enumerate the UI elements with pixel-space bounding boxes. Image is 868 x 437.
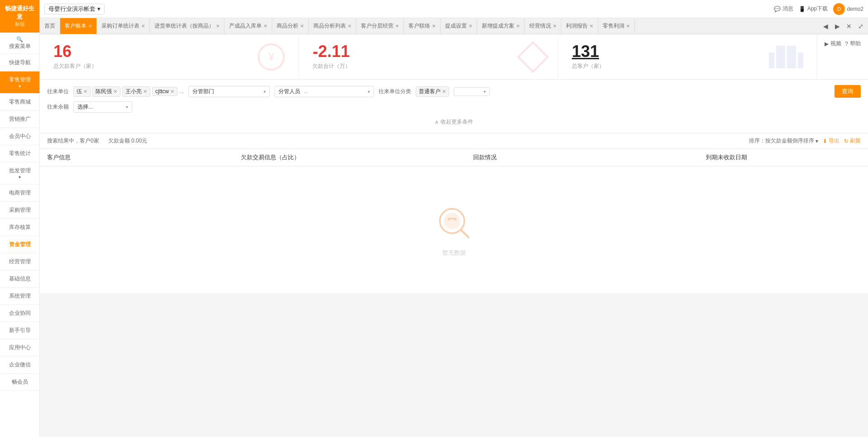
tabs-scroll-right[interactable]: ▶ <box>832 21 843 32</box>
tab-customer-accounts[interactable]: 客户账本 ✕ <box>60 18 97 34</box>
svg-point-4 <box>454 218 456 220</box>
person-select[interactable]: 分管人员 ... ▾ <box>274 86 374 97</box>
stat-total-debtors: ¥ 16 总欠款客户（家） <box>40 34 299 79</box>
tabs-scroll-left[interactable]: ◀ <box>820 21 831 32</box>
sidebar-item-member[interactable]: 会员中心 <box>0 128 39 145</box>
topbar-right: 💬 消息 📱 App下载 D demo2 <box>774 3 863 15</box>
sidebar-item-finance[interactable]: 资金管理 <box>0 236 39 253</box>
tab-home[interactable]: 首页 <box>40 18 60 34</box>
unit-filter-tags: 伍✕ 陈民强✕ 王小亮✕ cjttcw✕ ... <box>73 86 184 97</box>
sidebar-item-quick[interactable]: 快捷导航 <box>0 54 39 71</box>
tab-close-ops-situation[interactable]: ✕ <box>553 24 556 28</box>
app-download-btn[interactable]: 📱 App下载 <box>799 5 828 13</box>
tabs-expand[interactable]: ⤢ <box>855 21 866 32</box>
tab-close-customer-accounts[interactable]: ✕ <box>88 24 92 28</box>
stat-debt-value: -2.11 <box>312 43 350 60</box>
messages-btn[interactable]: 💬 消息 <box>774 5 793 13</box>
result-debt: 欠款金额 0.00元 <box>108 137 148 145</box>
unit-class-select[interactable]: ▾ <box>454 87 490 96</box>
chevron-sort: ▾ <box>815 138 818 144</box>
topbar-left: 母婴行业演示帐套 ▾ <box>44 4 770 14</box>
sidebar-item-marketing[interactable]: 营销推广 <box>0 111 39 128</box>
tab-increase-settings[interactable]: 提成设置 ✕ <box>441 18 477 34</box>
sidebar-item-ops[interactable]: 经营管理 <box>0 253 39 271</box>
tab-close-product-inbound[interactable]: ✕ <box>264 24 267 28</box>
tab-profit-report[interactable]: 利润报告 ✕ <box>561 18 598 34</box>
sidebar-item-basic[interactable]: 基础信息 <box>0 271 39 288</box>
th-repay: 回款情况 <box>473 153 705 162</box>
tab-close-new-increase[interactable]: ✕ <box>516 24 520 28</box>
refresh-btn[interactable]: ↻ 刷新 <box>844 137 861 145</box>
avatar: D <box>833 3 845 15</box>
main-area: 母婴行业演示帐套 ▾ 💬 消息 📱 App下载 D demo2 首页 客户账本 <box>40 0 868 437</box>
tab-inbound-stats[interactable]: 进货单统计表（按商品） ✕ <box>150 18 225 34</box>
tab-purchase-orders[interactable]: 采购订单统计表 ✕ <box>97 18 150 34</box>
tab-close-product-analysis-list[interactable]: ✕ <box>348 24 351 28</box>
filter-tag-class: 普通客户✕ <box>416 86 449 97</box>
tab-close-profit-report[interactable]: ✕ <box>590 24 593 28</box>
tab-close-customer-segment[interactable]: ✕ <box>395 24 399 28</box>
sidebar-item-wechat[interactable]: 企业微信 <box>0 356 39 374</box>
tab-close-product-analysis[interactable]: ✕ <box>300 24 304 28</box>
empty-label: 暂无数据 <box>442 249 466 257</box>
tab-close-retail-profit[interactable]: ✕ <box>626 24 630 28</box>
help-icon: ? <box>845 41 848 47</box>
sidebar-logo[interactable]: 畅捷通好生意 标版 <box>0 0 39 33</box>
unit-class-label: 往来单位分类 <box>379 88 411 95</box>
tab-close-inbound-stats[interactable]: ✕ <box>216 24 220 28</box>
tag-close-unit1[interactable]: ✕ <box>83 89 87 95</box>
person-more-btn[interactable]: ... <box>304 88 308 95</box>
sidebar-item-newbie[interactable]: 新手引导 <box>0 322 39 339</box>
sidebar-item-retail-shop[interactable]: 零售商城 <box>0 94 39 111</box>
account-selector[interactable]: 母婴行业演示帐套 ▾ <box>44 4 105 14</box>
sidebar-item-apps[interactable]: 应用中心 <box>0 339 39 356</box>
help-btn[interactable]: ? 帮助 <box>845 40 861 48</box>
tab-product-analysis-list[interactable]: 商品分析列表 ✕ <box>309 18 356 34</box>
result-bar: 搜索结果中，客户0家 欠款金额 0.00元 排序：按欠款金额倒序排序 ▾ ⬇ 导… <box>40 133 868 149</box>
sidebar-item-wholesale[interactable]: 批发管理 ▾ <box>0 162 39 185</box>
sidebar-item-system[interactable]: 系统管理 <box>0 288 39 305</box>
th-debt: 欠款交易信息（占比） <box>241 153 473 162</box>
export-btn[interactable]: ⬇ 导出 <box>823 137 839 145</box>
result-actions: 排序：按欠款金额倒序排序 ▾ ⬇ 导出 ↻ 刷新 <box>749 137 861 145</box>
sidebar: 畅捷通好生意 标版 🔍 搜索菜单 快捷导航 零售管理 ▾ 零售商城 营销推广 会… <box>0 0 40 437</box>
sort-select[interactable]: 排序：按欠款金额倒序排序 ▾ <box>749 137 818 145</box>
tab-close-increase-settings[interactable]: ✕ <box>469 24 472 28</box>
balance-select[interactable]: 选择... ▾ <box>73 101 132 113</box>
stat-customers-value: 131 <box>572 43 604 60</box>
download-icon: 📱 <box>799 6 806 12</box>
th-date: 到期未收款日期 <box>706 153 861 162</box>
query-button[interactable]: 查询 <box>834 85 861 98</box>
sidebar-item-purchase[interactable]: 采购管理 <box>0 202 39 219</box>
tab-new-increase[interactable]: 新增提成方案 ✕ <box>477 18 525 34</box>
tab-retail-profit[interactable]: 零售利润 ✕ <box>598 18 635 34</box>
sidebar-item-corp[interactable]: 企业协同 <box>0 305 39 322</box>
tab-product-inbound[interactable]: 产成品入库单 ✕ <box>225 18 272 34</box>
sidebar-item-ecom[interactable]: 电商管理 <box>0 185 39 202</box>
tab-close-purchase-orders[interactable]: ✕ <box>141 24 145 28</box>
tab-close-customer-contact[interactable]: ✕ <box>432 24 436 28</box>
empty-icon <box>434 203 475 243</box>
tab-ops-situation[interactable]: 经营情况 ✕ <box>525 18 561 34</box>
sidebar-item-retail-stat[interactable]: 零售统计 <box>0 145 39 162</box>
tag-close-unit3[interactable]: ✕ <box>143 89 147 95</box>
sidebar-item-inventory[interactable]: 库存核算 <box>0 219 39 236</box>
filter-unit-more[interactable]: ... <box>179 88 184 95</box>
chevron-balance: ▾ <box>126 104 128 109</box>
user-menu[interactable]: D demo2 <box>833 3 863 15</box>
tab-product-analysis[interactable]: 商品分析 ✕ <box>272 18 309 34</box>
tab-customer-segment[interactable]: 客户分层经营 ✕ <box>356 18 404 34</box>
video-btn[interactable]: ▶ 视频 <box>825 40 841 48</box>
tag-close-unit4[interactable]: ✕ <box>170 89 174 95</box>
tab-customer-contact[interactable]: 客户联络 ✕ <box>404 18 441 34</box>
tag-close-unit2[interactable]: ✕ <box>113 89 117 95</box>
collapse-btn[interactable]: ∧ 收起更多条件 <box>47 116 861 128</box>
tag-close-class[interactable]: ✕ <box>442 89 446 95</box>
sidebar-item-vip[interactable]: 畅会员 <box>0 374 39 391</box>
sidebar-item-search[interactable]: 🔍 搜索菜单 <box>0 33 39 54</box>
tabs-close-all[interactable]: ✕ <box>844 21 854 32</box>
unit-filter-label: 往来单位 <box>47 88 69 95</box>
svg-point-1 <box>444 213 460 229</box>
department-select[interactable]: 分管部门 ▾ <box>188 86 270 97</box>
sidebar-item-retail[interactable]: 零售管理 ▾ <box>0 71 39 94</box>
